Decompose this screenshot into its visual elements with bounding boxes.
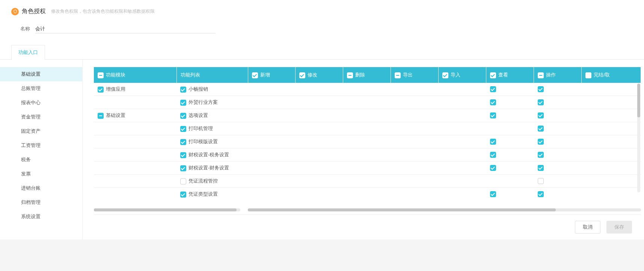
checkbox[interactable] [538,191,544,197]
perm-cell [343,175,391,188]
module-label: 基础设置 [106,112,125,118]
module-cell [94,175,176,188]
perm-cell [391,96,439,109]
sidebar-item-0[interactable]: 基础设置 [0,67,82,81]
sidebar-item-4[interactable]: 固定资产 [0,124,82,138]
perm-cell [534,175,582,188]
checkbox[interactable] [180,152,186,158]
perm-cell [391,109,439,122]
sidebar-item-7[interactable]: 发票 [0,167,82,181]
checkbox[interactable] [538,112,544,118]
checkbox[interactable] [180,178,186,184]
perm-cell [534,135,582,148]
permission-table-wrap: 功能模块功能列表新增修改删除导出导入查看操作完结/取 增值应用小畅报销外贸行业方… [94,67,641,198]
tab-function-entry[interactable]: 功能入口 [11,45,45,60]
perm-cell [582,83,641,96]
perm-cell [343,122,391,135]
feature-label: 外贸行业方案 [189,99,218,105]
table-row: 打印机管理 [94,122,641,135]
checkbox[interactable] [538,139,544,145]
checkbox[interactable] [180,87,186,93]
column-header-1: 功能列表 [176,67,248,83]
vertical-scrollbar-thumb[interactable] [637,84,640,117]
table-row: 财税设置-财务设置 [94,162,641,175]
checkbox[interactable] [538,178,544,184]
checkbox[interactable] [98,87,104,93]
column-label: 完结/取 [594,72,610,78]
checkbox[interactable] [490,112,496,118]
perm-cell [248,96,296,109]
checkbox[interactable] [538,99,544,105]
sidebar: 基础设置总账管理报表中心资金管理固定资产工资管理税务发票进销台账归档管理系统设置 [0,60,83,240]
perm-cell [534,83,582,96]
checkbox[interactable] [180,139,186,145]
feature-cell: 选项设置 [176,109,248,122]
column-header-2: 新增 [248,67,296,83]
checkbox[interactable] [98,72,104,78]
perm-cell [296,148,343,162]
checkbox[interactable] [252,72,258,78]
checkbox[interactable] [490,99,496,105]
column-label: 操作 [546,72,556,78]
perm-cell [582,162,641,175]
perm-cell [439,162,486,175]
checkbox[interactable] [180,192,186,198]
checkbox[interactable] [347,72,353,78]
checkbox[interactable] [538,126,544,132]
sidebar-item-1[interactable]: 总账管理 [0,81,82,96]
column-header-4: 删除 [343,67,391,83]
checkbox[interactable] [585,72,591,78]
module-label: 增值应用 [106,86,125,92]
checkbox[interactable] [490,72,496,78]
checkbox[interactable] [180,113,186,119]
perm-cell [486,135,534,148]
perm-cell [296,175,343,188]
feature-cell: 凭证流程管控 [176,175,248,188]
column-header-5: 导出 [391,67,439,83]
cancel-button[interactable]: 取消 [575,221,600,234]
checkbox[interactable] [490,165,496,171]
module-cell [94,162,176,175]
column-label: 新增 [260,72,270,78]
vertical-scrollbar[interactable] [637,84,640,192]
perm-cell [486,122,534,135]
checkbox[interactable] [180,100,186,106]
perm-cell [439,135,486,148]
perm-cell [486,109,534,122]
column-label: 修改 [308,72,317,78]
save-button[interactable]: 保存 [606,221,632,234]
checkbox[interactable] [538,86,544,92]
sidebar-item-10[interactable]: 系统设置 [0,210,82,224]
name-label: 名称 [20,25,30,32]
perm-cell [248,109,296,122]
sidebar-item-3[interactable]: 资金管理 [0,110,82,124]
checkbox[interactable] [395,72,401,78]
table-row: 外贸行业方案 [94,96,641,109]
sidebar-item-2[interactable]: 报表中心 [0,96,82,110]
checkbox[interactable] [490,139,496,145]
feature-cell: 打印模版设置 [176,135,248,148]
checkbox[interactable] [442,72,448,78]
checkbox[interactable] [538,72,544,78]
module-cell [94,148,176,162]
checkbox[interactable] [490,86,496,92]
checkbox[interactable] [538,152,544,158]
table-row: 增值应用小畅报销 [94,83,641,96]
checkbox[interactable] [180,165,186,171]
feature-label: 小畅报销 [189,86,208,92]
sidebar-item-6[interactable]: 税务 [0,153,82,167]
perm-cell [439,109,486,122]
perm-cell [439,96,486,109]
checkbox[interactable] [98,113,104,119]
sidebar-item-9[interactable]: 归档管理 [0,195,82,210]
horizontal-scrollbar[interactable] [94,206,641,214]
checkbox[interactable] [180,126,186,132]
role-name-input[interactable] [35,24,216,33]
checkbox[interactable] [490,152,496,158]
perm-cell [439,83,486,96]
sidebar-item-8[interactable]: 进销台账 [0,181,82,195]
checkbox[interactable] [538,165,544,171]
sidebar-item-5[interactable]: 工资管理 [0,138,82,153]
checkbox[interactable] [490,191,496,197]
checkbox[interactable] [299,72,305,78]
